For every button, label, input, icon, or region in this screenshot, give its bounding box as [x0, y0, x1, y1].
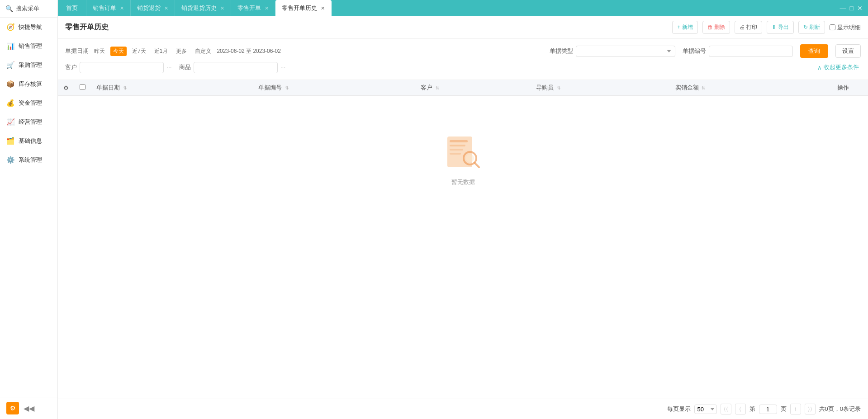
next-page-button[interactable]: ⟩ [790, 404, 801, 414]
chevron-up-icon: ∧ [817, 64, 822, 71]
page-number-input[interactable] [759, 405, 777, 414]
print-button[interactable]: 🖨 打印 [735, 21, 762, 34]
tab-close-retail-open-history[interactable]: ✕ [321, 5, 325, 11]
filter-settings-button[interactable]: 设置 [835, 44, 861, 58]
th-op: 操作 [832, 80, 868, 96]
select-all-checkbox[interactable] [80, 84, 85, 90]
svg-rect-4 [450, 153, 461, 155]
table-header: ⚙ 单据日期 ⇅ 单据编号 ⇅ [58, 80, 868, 96]
th-checkbox [74, 80, 91, 96]
sidebar-bottom: ⚙ ◀◀ [0, 397, 57, 419]
sidebar-item-quick-nav[interactable]: 🧭快捷导航 [0, 18, 57, 37]
tab-close-retail-open[interactable]: ✕ [265, 5, 269, 11]
tab-retail-open-history[interactable]: 零售开单历史✕ [275, 0, 332, 16]
tab-close-sales-return-history[interactable]: ✕ [220, 5, 224, 11]
sidebar-label-quick-nav: 快捷导航 [19, 23, 42, 31]
sort-guide-icon: ⇅ [557, 85, 560, 90]
doc-no-filter: 单据编号 [683, 46, 793, 57]
sidebar-icon-inventory-mgmt: 📦 [6, 80, 15, 88]
filter-row-2: 客户 ··· 商品 ··· ∧ 收起更多条件 [65, 61, 861, 73]
minimize-button[interactable]: — [840, 5, 846, 12]
sidebar-search-label: 搜索采单 [16, 5, 39, 13]
tab-close-sales-order[interactable]: ✕ [120, 5, 124, 11]
tab-sales-order[interactable]: 销售订单✕ [86, 0, 131, 16]
tab-label-retail-open-history: 零售开单历史 [282, 4, 317, 12]
th-no[interactable]: 单据编号 ⇅ [253, 80, 415, 96]
date-7days[interactable]: 近7天 [129, 47, 149, 56]
query-button[interactable]: 查询 [800, 44, 828, 58]
export-button[interactable]: ⬆ 导出 [767, 21, 793, 34]
new-button[interactable]: + 新增 [672, 21, 697, 34]
page-size-select[interactable]: 50 10 20 100 [694, 405, 717, 414]
sort-date-icon: ⇅ [123, 85, 127, 90]
sidebar-icon-operations-mgmt: 📈 [6, 118, 15, 126]
window-controls: — □ ✕ [840, 0, 868, 16]
th-customer[interactable]: 客户 ⇅ [415, 80, 531, 96]
tab-sales-return-history[interactable]: 销货退货历史✕ [175, 0, 231, 16]
doc-no-input[interactable] [709, 46, 793, 57]
tab-close-sales-return[interactable]: ✕ [164, 5, 168, 11]
collapse-sidebar-button[interactable]: ◀◀ [24, 404, 34, 413]
sidebar-item-operations-mgmt[interactable]: 📈经营管理 [0, 113, 57, 132]
settings-button[interactable]: ⚙ [6, 402, 19, 414]
sidebar-item-finance-mgmt[interactable]: 💰资金管理 [0, 94, 57, 113]
sidebar-item-purchase-mgmt[interactable]: 🛒采购管理 [0, 56, 57, 75]
svg-line-7 [474, 163, 479, 167]
sidebar-icon-purchase-mgmt: 🛒 [6, 61, 15, 69]
doc-no-label: 单据编号 [683, 47, 706, 55]
tab-sales-return[interactable]: 销货退货✕ [131, 0, 175, 16]
sort-customer-icon: ⇅ [436, 85, 439, 90]
tab-home[interactable]: 首页 [58, 0, 86, 16]
date-1month[interactable]: 近1月 [152, 47, 171, 56]
th-date-label: 单据日期 [96, 84, 120, 91]
last-page-button[interactable]: ⟩⟩ [805, 404, 816, 414]
date-custom[interactable]: 自定义 [192, 47, 214, 56]
customer-filter: 客户 ··· [65, 62, 172, 73]
tabs-bar: 首页销售订单✕销货退货✕销货退货历史✕零售开单✕零售开单历史✕ — □ ✕ [58, 0, 868, 16]
doc-type-select[interactable] [576, 46, 675, 57]
prev-page-button[interactable]: ⟨ [735, 404, 746, 414]
sidebar-menu: 🧭快捷导航📊销售管理🛒采购管理📦库存核算💰资金管理📈经营管理🗂️基础信息⚙️系统… [0, 18, 57, 397]
total-label: 共0页，0条记录 [819, 405, 861, 413]
tab-retail-open[interactable]: 零售开单✕ [231, 0, 275, 16]
date-today[interactable]: 今天 [110, 47, 127, 56]
refresh-button[interactable]: ↻ 刷新 [798, 21, 825, 34]
close-button[interactable]: ✕ [857, 5, 863, 12]
sort-no-icon: ⇅ [285, 85, 289, 90]
product-picker-button[interactable]: ··· [280, 64, 286, 71]
sidebar-item-inventory-mgmt[interactable]: 📦库存核算 [0, 75, 57, 94]
sidebar-item-system-mgmt[interactable]: ⚙️系统管理 [0, 151, 57, 169]
customer-input[interactable] [80, 62, 164, 73]
sidebar-item-basic-info[interactable]: 🗂️基础信息 [0, 132, 57, 151]
date-more[interactable]: 更多 [173, 47, 190, 56]
first-page-button[interactable]: ⟨⟨ [721, 404, 731, 414]
main-area: 首页销售订单✕销货退货✕销货退货历史✕零售开单✕零售开单历史✕ — □ ✕ 零售… [58, 0, 868, 419]
sidebar-icon-quick-nav: 🧭 [6, 23, 15, 31]
empty-illustration [441, 132, 486, 173]
filter-row-1: 单据日期 昨天 今天 近7天 近1月 更多 自定义 2023-06-02 至 2… [65, 44, 861, 58]
th-no-label: 单据编号 [258, 84, 282, 91]
empty-text: 暂无数据 [451, 178, 475, 186]
sidebar-label-basic-info: 基础信息 [19, 137, 42, 145]
collapse-filter-button[interactable]: ∧ 收起更多条件 [816, 61, 861, 73]
customer-picker-button[interactable]: ··· [166, 64, 172, 71]
product-input[interactable] [194, 62, 278, 73]
date-filter-label: 单据日期 [65, 47, 89, 55]
tab-label-sales-return: 销货退货 [137, 4, 161, 12]
delete-button[interactable]: 🗑 删除 [702, 21, 730, 34]
display-detail-checkbox[interactable] [830, 24, 835, 30]
sidebar-item-sales-mgmt[interactable]: 📊销售管理 [0, 37, 57, 56]
page-title: 零售开单历史 [65, 23, 109, 32]
per-page-label: 每页显示 [667, 405, 691, 413]
sidebar-search[interactable]: 🔍 搜索采单 [0, 0, 57, 18]
sidebar: 🔍 搜索采单 🧭快捷导航📊销售管理🛒采购管理📦库存核算💰资金管理📈经营管理🗂️基… [0, 0, 58, 419]
product-filter: 商品 ··· [179, 62, 286, 73]
search-icon: 🔍 [5, 5, 13, 12]
th-amount[interactable]: 实销金额 ⇅ [670, 80, 832, 96]
th-guide[interactable]: 导购员 ⇅ [531, 80, 669, 96]
maximize-button[interactable]: □ [850, 5, 854, 12]
th-date[interactable]: 单据日期 ⇅ [91, 80, 253, 96]
column-settings-icon[interactable]: ⚙ [63, 85, 69, 91]
date-yesterday[interactable]: 昨天 [91, 47, 108, 56]
sidebar-label-purchase-mgmt: 采购管理 [19, 61, 42, 69]
